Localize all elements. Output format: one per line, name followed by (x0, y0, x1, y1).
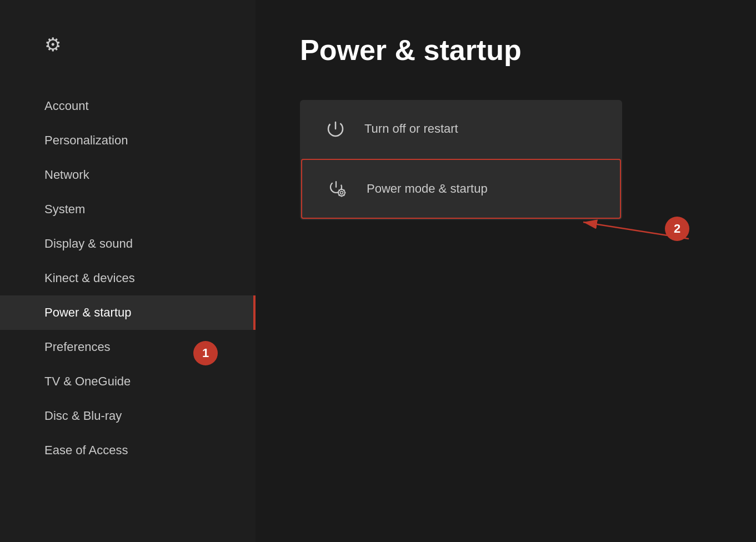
settings-panel: Turn off or restart (300, 100, 622, 220)
sidebar-item-network[interactable]: Network (0, 158, 256, 192)
sidebar-item-preferences[interactable]: Preferences (0, 330, 256, 364)
power-mode-startup-label: Power mode & startup (367, 182, 488, 196)
annotation-arrows (256, 0, 756, 542)
sidebar-item-kinect-devices[interactable]: Kinect & devices (0, 261, 256, 295)
turn-off-restart-item[interactable]: Turn off or restart (300, 100, 622, 158)
svg-line-12 (339, 195, 339, 195)
svg-line-10 (339, 190, 339, 190)
sidebar-item-personalization[interactable]: Personalization (0, 123, 256, 158)
power-icon (322, 116, 349, 142)
turn-off-restart-label: Turn off or restart (364, 122, 458, 136)
annotation-2-badge: 2 (665, 217, 689, 241)
sidebar-item-system[interactable]: System (0, 192, 256, 227)
page-title: Power & startup (300, 33, 712, 67)
settings-gear-icon: ⚙ (44, 33, 61, 56)
annotation-1-badge: 1 (193, 341, 218, 365)
power-mode-startup-item[interactable]: Power mode & startup (301, 159, 621, 219)
sidebar-item-account[interactable]: Account (0, 89, 256, 123)
svg-line-13 (344, 190, 344, 190)
sidebar-item-tv-oneguide[interactable]: TV & OneGuide (0, 364, 256, 399)
sidebar-item-ease-of-access[interactable]: Ease of Access (0, 433, 256, 468)
main-content: Power & startup Turn off or restart (256, 0, 756, 542)
power-mode-icon (324, 175, 351, 202)
sidebar-item-disc-bluray[interactable]: Disc & Blu-ray (0, 399, 256, 433)
sidebar-navigation: Account Personalization Network System D… (0, 89, 256, 468)
sidebar: ⚙ Account Personalization Network System… (0, 0, 256, 542)
sidebar-item-power-startup[interactable]: Power & startup (0, 295, 256, 330)
sidebar-item-display-sound[interactable]: Display & sound (0, 227, 256, 261)
svg-line-11 (344, 195, 344, 195)
